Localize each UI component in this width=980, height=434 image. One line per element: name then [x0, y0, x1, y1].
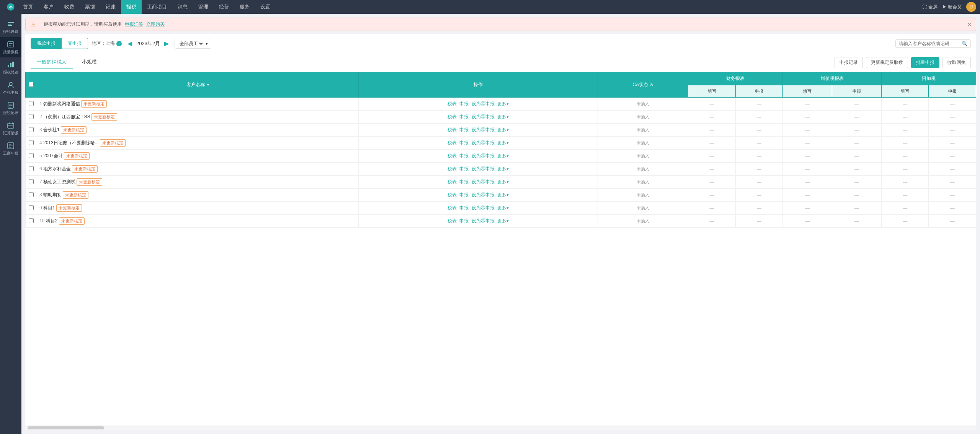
th-add-declare: 申报 — [929, 85, 976, 98]
scroll-thumb[interactable] — [28, 426, 104, 429]
op-declare[interactable]: 申报 — [459, 218, 469, 224]
row-checkbox-6[interactable] — [29, 179, 34, 184]
nav-customer[interactable]: 客户 — [38, 0, 59, 14]
op-more[interactable]: 更多▾ — [497, 153, 509, 158]
op-zero[interactable]: 设为零申报 — [472, 166, 495, 171]
update-quota-btn[interactable]: 更新税定及取数 — [866, 57, 908, 68]
op-zero[interactable]: 设为零申报 — [472, 205, 495, 210]
member-btn[interactable]: ▶ 畅会员 — [942, 4, 962, 10]
op-declare[interactable]: 申报 — [459, 179, 469, 184]
op-zero[interactable]: 设为零申报 — [472, 127, 495, 132]
op-more[interactable]: 更多▾ — [497, 179, 509, 184]
op-tax-form[interactable]: 税表 — [448, 127, 457, 132]
op-tax-form[interactable]: 税表 — [448, 114, 457, 119]
notification-close-btn[interactable]: ✕ — [967, 21, 972, 28]
op-declare[interactable]: 申报 — [459, 114, 469, 119]
tax-declare-tab[interactable]: 税款申报 — [31, 38, 62, 49]
row-finance-fill: — — [688, 137, 736, 150]
op-tax-form[interactable]: 税表 — [448, 166, 457, 171]
nav-message[interactable]: 消息 — [172, 0, 193, 14]
op-zero[interactable]: 设为零申报 — [472, 101, 495, 106]
op-tax-form[interactable]: 税表 — [448, 153, 457, 158]
prev-month-btn[interactable]: ◀ — [126, 39, 134, 48]
row-checkbox-7[interactable] — [29, 192, 34, 197]
search-input[interactable] — [899, 41, 960, 46]
nav-billing[interactable]: 收费 — [59, 0, 80, 14]
sidebar-item-business-report[interactable]: 工商年报 — [0, 139, 21, 159]
region-info-icon[interactable]: i — [116, 41, 122, 46]
op-tax-form[interactable]: 税表 — [448, 101, 457, 106]
nav-operation[interactable]: 经营 — [214, 0, 234, 14]
sidebar-item-overview[interactable]: 报税总览 — [0, 57, 21, 78]
row-checkbox-1[interactable] — [29, 114, 34, 119]
row-checkbox-8[interactable] — [29, 205, 34, 210]
row-checkbox-3[interactable] — [29, 140, 34, 145]
row-operations: 税表 申报 设为零申报 更多▾ — [359, 189, 598, 202]
nav-business[interactable]: 工商项目 — [142, 0, 172, 14]
op-declare[interactable]: 申报 — [459, 153, 469, 158]
tab-small-scale[interactable]: 小规模 — [76, 56, 103, 69]
next-month-btn[interactable]: ▶ — [162, 39, 171, 48]
th-client-name[interactable]: 客户名称 ▾ — [37, 72, 359, 98]
apply-record-btn[interactable]: 申报记录 — [835, 57, 863, 68]
row-checkbox-5[interactable] — [29, 166, 34, 171]
nav-invoice[interactable]: 票据 — [80, 0, 100, 14]
op-more[interactable]: 更多▾ — [497, 218, 509, 224]
sidebar-item-personal-tax[interactable]: 个税申报 — [0, 78, 21, 98]
row-checkbox-0[interactable] — [29, 101, 34, 106]
op-more[interactable]: 更多▾ — [497, 140, 509, 145]
op-more[interactable]: 更多▾ — [497, 192, 509, 197]
row-finance-fill: — — [688, 202, 736, 215]
op-declare[interactable]: 申报 — [459, 140, 469, 145]
op-tax-form[interactable]: 税表 — [448, 218, 457, 224]
select-all-checkbox[interactable] — [29, 82, 34, 87]
nav-management[interactable]: 管理 — [193, 0, 214, 14]
op-more[interactable]: 更多▾ — [497, 205, 509, 210]
fullscreen-btn[interactable]: ⛶ 全屏 — [922, 4, 937, 10]
op-zero[interactable]: 设为零申报 — [472, 218, 495, 224]
row-checkbox-9[interactable] — [29, 218, 34, 223]
op-tax-form[interactable]: 税表 — [448, 205, 457, 210]
op-declare[interactable]: 申报 — [459, 127, 469, 132]
op-more[interactable]: 更多▾ — [497, 166, 509, 171]
op-zero[interactable]: 设为零申报 — [472, 153, 495, 158]
op-zero[interactable]: 设为零申报 — [472, 192, 495, 197]
op-declare[interactable]: 申报 — [459, 101, 469, 106]
tab-general-taxpayer[interactable]: 一般的纳税人 — [31, 56, 73, 69]
collect-return-btn[interactable]: 收取回执 — [942, 57, 971, 68]
row-client-name: 7 杨仙女工资测试 未更新核定 — [37, 176, 359, 189]
立即购买-link[interactable]: 立即购买 — [146, 21, 165, 28]
nav-service[interactable]: 服务 — [234, 0, 255, 14]
zero-report-tab[interactable]: 零申报 — [62, 38, 88, 49]
table-row: 7 杨仙女工资测试 未更新核定 税表 申报 设为零申报 更多▾ 未插入 — — … — [26, 176, 976, 189]
op-zero[interactable]: 设为零申报 — [472, 179, 495, 184]
row-checkbox-4[interactable] — [29, 153, 34, 158]
op-declare[interactable]: 申报 — [459, 166, 469, 171]
nav-ledger[interactable]: 记账 — [100, 0, 121, 14]
scroll-bar[interactable] — [25, 425, 976, 430]
nav-home[interactable]: 首页 — [18, 0, 38, 14]
op-tax-form[interactable]: 税表 — [448, 140, 457, 145]
op-declare[interactable]: 申报 — [459, 205, 469, 210]
nav-settings[interactable]: 设置 — [255, 0, 276, 14]
staff-select-input[interactable]: 全部员工 — [178, 41, 204, 47]
op-tax-form[interactable]: 税表 — [448, 192, 457, 197]
op-more[interactable]: 更多▾ — [497, 101, 509, 106]
sidebar-item-annual[interactable]: 汇算清缴 — [0, 118, 21, 139]
op-declare[interactable]: 申报 — [459, 192, 469, 197]
op-zero[interactable]: 设为零申报 — [472, 114, 495, 119]
nav-tax[interactable]: 报税 — [121, 0, 142, 14]
sidebar-item-tax-settings[interactable]: 报税设置 — [0, 17, 21, 37]
sidebar-item-batch-tax[interactable]: 批量报税 — [0, 37, 21, 57]
op-tax-form[interactable]: 税表 — [448, 179, 457, 184]
sidebar-item-tax-records[interactable]: 报税记录 — [0, 98, 21, 118]
batch-declare-btn[interactable]: 批量申报 — [911, 57, 939, 68]
op-zero[interactable]: 设为零申报 — [472, 140, 495, 145]
op-more[interactable]: 更多▾ — [497, 114, 509, 119]
申报汇签-link[interactable]: 申报汇签 — [125, 21, 143, 28]
op-more[interactable]: 更多▾ — [497, 127, 509, 132]
staff-filter[interactable]: 全部员工 ▾ — [175, 39, 211, 49]
row-checkbox-2[interactable] — [29, 127, 34, 132]
search-icon[interactable]: 🔍 — [962, 41, 967, 46]
user-avatar[interactable]: U — [966, 2, 976, 12]
